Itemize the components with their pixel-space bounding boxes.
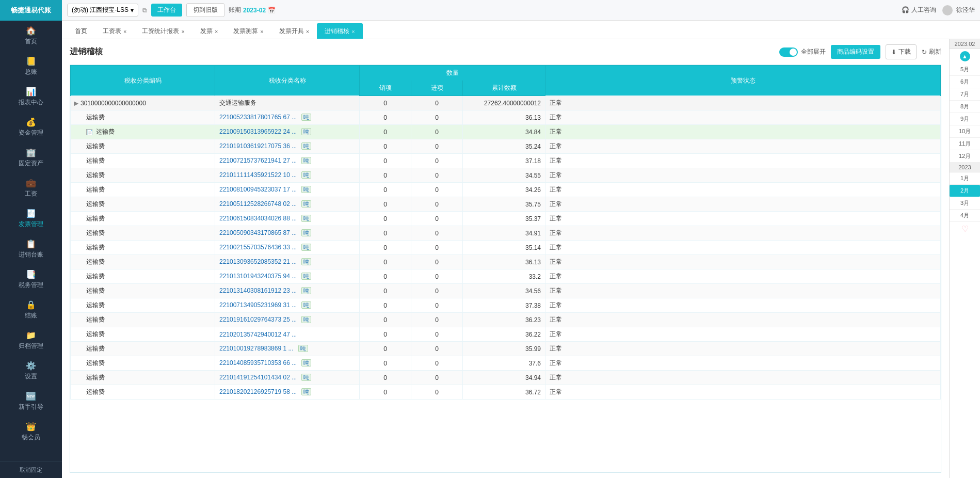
table-row-total: 35.14 xyxy=(463,241,545,255)
sidebar-item-payroll[interactable]: 💼 工资 xyxy=(0,173,62,203)
sidebar-item-label: 报表中心 xyxy=(19,98,43,107)
table-row-name: 运输费 xyxy=(71,110,215,125)
sidebar-item-settings[interactable]: ⚙️ 设置 xyxy=(0,356,62,386)
workbench-button[interactable]: 工作台 xyxy=(151,4,182,17)
sidebar-item-sales[interactable]: 📋 进销台账 xyxy=(0,234,62,264)
nav-up-btn[interactable]: ▲ xyxy=(960,51,970,61)
sidebar-item-reports[interactable]: 📊 报表中心 xyxy=(0,82,62,112)
table-row-total: 35.75 xyxy=(463,197,545,212)
sidebar-item-assets[interactable]: 🏢 固定资产 xyxy=(0,142,62,173)
sidebar-item-home[interactable]: 🏠 首页 xyxy=(0,21,62,51)
table-row-total: 35.37 xyxy=(463,212,545,226)
table-row-name: 运输费 xyxy=(71,197,215,212)
tab-invoice-calc[interactable]: 发票测算 × xyxy=(226,23,271,39)
user-info[interactable]: 徐泾华 xyxy=(942,5,975,15)
sidebar-item-label: 资金管理 xyxy=(19,129,43,137)
side-month-6[interactable]: 6月 xyxy=(950,76,980,88)
table-row-total: 36.13 xyxy=(463,255,545,269)
table-row-total: 35.24 xyxy=(463,139,545,154)
sidebar-item-label: 新手引导 xyxy=(19,403,43,411)
sidebar-item-funds[interactable]: 💰 资金管理 xyxy=(0,112,62,142)
tab-invoice-open-close[interactable]: × xyxy=(306,28,309,35)
table-row-status: 正常 xyxy=(545,385,941,400)
table-row-sales: 0 xyxy=(360,269,411,284)
table-row-code: 221006150834034026 88 ... 吨 xyxy=(215,212,360,226)
side-month-12[interactable]: 12月 xyxy=(950,150,980,163)
side-month-7[interactable]: 7月 xyxy=(950,88,980,101)
settings-button[interactable]: 商品编码设置 xyxy=(831,45,880,59)
tab-payroll-stats-label: 工资统计报表 xyxy=(142,27,179,36)
table-row-total: 37.18 xyxy=(463,154,545,168)
table-row-purchase: 0 xyxy=(411,298,463,313)
table-row-name: 运输费 xyxy=(71,212,215,226)
sidebar-item-guide[interactable]: 🆕 新手引导 xyxy=(0,386,62,417)
side-month-10[interactable]: 10月 xyxy=(950,125,980,138)
side-month-1[interactable]: 1月 xyxy=(950,172,980,185)
table-row-code: 221018202126925719 58 ... 吨 xyxy=(215,385,360,400)
toggle-switch[interactable] xyxy=(779,47,798,57)
side-month-2-active[interactable]: 2月 xyxy=(950,185,980,197)
copy-icon[interactable]: ⧉ xyxy=(142,7,147,14)
table-row-name: 运输费 xyxy=(71,385,215,400)
table-row-status: 正常 xyxy=(545,342,941,356)
table-row-total: 37.6 xyxy=(463,356,545,371)
side-month-3[interactable]: 3月 xyxy=(950,197,980,210)
table-row-name: 运输费 xyxy=(71,313,215,327)
table-row-sales: 0 xyxy=(360,197,411,212)
expand-toggle[interactable]: 全部展开 xyxy=(779,47,826,57)
side-month-5[interactable]: 5月 xyxy=(950,63,980,76)
sidebar-item-close-period[interactable]: 🔒 结账 xyxy=(0,295,62,325)
sidebar-item-tax[interactable]: 📑 税务管理 xyxy=(0,264,62,295)
table-row-sales: 0 xyxy=(360,371,411,385)
chevron-down-icon: ▾ xyxy=(131,7,134,14)
side-year-label-1: 2023.02 xyxy=(950,39,980,49)
tab-invoice[interactable]: 发票 × xyxy=(192,23,226,39)
sidebar-item-archive[interactable]: 📁 归档管理 xyxy=(0,325,62,356)
th-purchase: 进项 xyxy=(411,81,463,96)
table-row-code: 221010019278983869 1 ... 吨 xyxy=(215,342,360,356)
pin-toggle[interactable]: 取消固定 xyxy=(0,461,62,478)
tab-invoice-open[interactable]: 发票开具 × xyxy=(271,23,317,39)
sidebar-item-ledger[interactable]: 📒 总账 xyxy=(0,51,62,82)
table-row-purchase: 0 xyxy=(411,110,463,125)
table-row-status: 正常 xyxy=(545,313,941,327)
table-row-purchase: 0 xyxy=(411,154,463,168)
tab-payroll-stats[interactable]: 工资统计报表 × xyxy=(134,23,192,39)
table-row-code: ▶3010000000000000000 xyxy=(71,96,215,110)
tab-invoice-calc-close[interactable]: × xyxy=(260,28,263,35)
side-month-11[interactable]: 11月 xyxy=(950,138,980,150)
sidebar-item-member[interactable]: 👑 畅会员 xyxy=(0,417,62,447)
side-month-4[interactable]: 4月 xyxy=(950,210,980,222)
tab-payroll[interactable]: 工资表 × xyxy=(95,23,134,39)
table-row-purchase: 0 xyxy=(411,226,463,241)
tab-purchase-sales[interactable]: 进销稽核 × xyxy=(317,23,362,39)
tab-invoice-close[interactable]: × xyxy=(215,28,218,35)
table-row-sales: 0 xyxy=(360,342,411,356)
tab-purchase-sales-close[interactable]: × xyxy=(351,28,355,35)
switch-version-button[interactable]: 切到旧版 xyxy=(186,3,224,17)
page-actions: 全部展开 商品编码设置 ⬇ 下载 ↻ 刷新 xyxy=(779,44,941,59)
download-button[interactable]: ⬇ 下载 xyxy=(886,44,917,59)
company-name: (勿动) 江西报宝-LSS xyxy=(72,6,128,14)
tab-payroll-close[interactable]: × xyxy=(123,28,126,35)
company-selector[interactable]: (勿动) 江西报宝-LSS ▾ xyxy=(67,4,138,17)
side-month-8[interactable]: 8月 xyxy=(950,101,980,113)
tabbar: 首页 工资表 × 工资统计报表 × 发票 × 发票测算 × 发票开具 × 进销稽… xyxy=(62,21,980,39)
table-row-total: 37.38 xyxy=(463,298,545,313)
side-month-9[interactable]: 9月 xyxy=(950,113,980,125)
table-row-sales: 0 xyxy=(360,298,411,313)
tab-purchase-sales-label: 进销稽核 xyxy=(325,27,349,36)
sidebar-item-invoice[interactable]: 🧾 发票管理 xyxy=(0,203,62,234)
refresh-button[interactable]: ↻ 刷新 xyxy=(922,47,941,56)
tab-home[interactable]: 首页 xyxy=(67,23,95,39)
home-icon: 🏠 xyxy=(26,26,36,36)
member-icon: 👑 xyxy=(26,422,36,432)
data-table-wrap: 税收分类编码 税收分类名称 数量 预警状态 销项 进项 累计数额 xyxy=(70,65,941,473)
table-row-total: 34.56 xyxy=(463,284,545,298)
tab-payroll-stats-close[interactable]: × xyxy=(181,28,184,35)
support-button[interactable]: 🎧 人工咨询 xyxy=(902,6,936,14)
calendar-icon[interactable]: 📅 xyxy=(268,7,276,14)
table-row-status: 正常 xyxy=(545,168,941,183)
side-nav-up[interactable]: ▲ xyxy=(950,49,980,63)
sidebar-item-label: 工资 xyxy=(25,189,37,198)
